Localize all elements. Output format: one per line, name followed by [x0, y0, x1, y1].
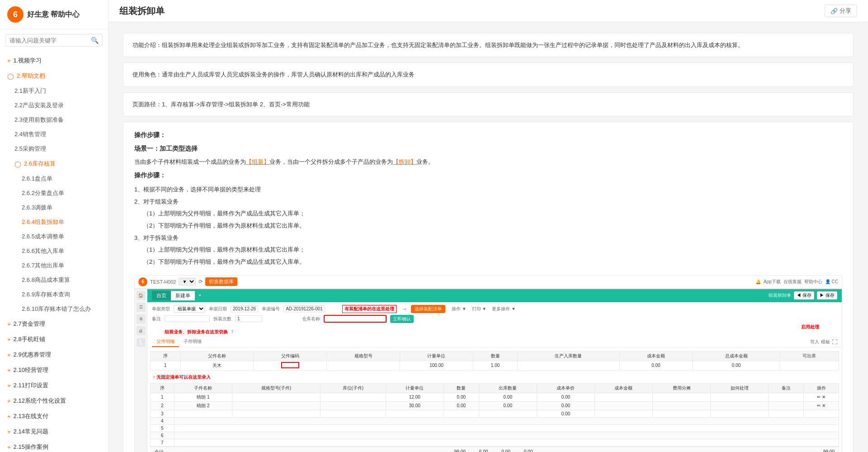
sidebar-sub-2-1[interactable]: 2.1新手入门: [0, 84, 108, 98]
app-id: TEST-H002: [150, 279, 176, 285]
sidebar-sub-2-5[interactable]: 2.5采购管理: [0, 142, 108, 156]
sidebar-sub-2-6-10[interactable]: 2.6.10库存账本错了怎么办: [0, 302, 108, 316]
form-row-main: 单据类型 组装单据 单据日期 2019-12-26 单据编号 AD-201912…: [152, 305, 837, 313]
row-del-icon-2[interactable]: ✕: [822, 403, 826, 408]
child-row-5: 5: [151, 424, 839, 432]
sidebar-sub-2-6-8[interactable]: 2.6.8商品成本重算: [0, 273, 108, 287]
tab-action-import[interactable]: 导入: [810, 339, 819, 345]
tab-action-template[interactable]: 模板: [821, 339, 830, 345]
link-assembly[interactable]: 【组装】: [246, 158, 269, 165]
op-title: 操作步骤：: [134, 131, 842, 139]
link-disassembly[interactable]: 【拆卸】: [393, 158, 416, 165]
app-dropdown[interactable]: ▼: [179, 278, 196, 285]
bell-icon[interactable]: 🔔: [755, 279, 761, 284]
cell-total-cost-val: 0.00: [693, 361, 780, 370]
col-total-cost: 总成本金额: [693, 351, 780, 361]
app-tab-add[interactable]: +: [195, 291, 205, 300]
apps-icon[interactable]: App下载: [764, 279, 781, 285]
step-2: 2、对于组装业务: [134, 196, 842, 208]
footer-val-3: 0.00: [501, 449, 510, 452]
fullscreen-icon[interactable]: ⛶: [832, 339, 837, 345]
sidebar-sub-2-6-5[interactable]: 2.6.5成本调整单: [0, 229, 108, 244]
app-tab-self[interactable]: 自页: [152, 291, 171, 300]
footer-val-4: 0.00: [524, 449, 533, 452]
share-button[interactable]: 🔗 分享: [825, 5, 857, 17]
doc-icon-inner[interactable]: 📄: [137, 338, 146, 347]
row-edit-icon-2[interactable]: ✏: [817, 403, 821, 408]
sidebar-sub-2-11-label: 2.11打印设置: [14, 381, 48, 390]
sidebar-sub-2-10-label: 2.10经营管理: [14, 366, 48, 374]
sidebar-item-2-11[interactable]: + 2.11打印设置: [0, 378, 108, 393]
confirm-btn[interactable]: 立即确认: [390, 315, 414, 323]
col-available: 可出库: [780, 351, 839, 361]
sidebar-sub-2-6-9[interactable]: 2.6.9库存账本查询: [0, 287, 108, 302]
processing-btn[interactable]: 选择装配清单: [411, 305, 445, 313]
sidebar-item-2-12[interactable]: + 2.12系统个性化设置: [0, 393, 108, 409]
sidebar-item-2-10[interactable]: + 2.10经营管理: [0, 362, 108, 378]
app-nav-assemble: 组装拆卸单: [769, 292, 791, 299]
print-icon-inner[interactable]: 🖨: [137, 326, 146, 335]
app-tab-child[interactable]: 子件明细: [179, 337, 206, 347]
sidebar-sub-2-2[interactable]: 2.2产品安装及登录: [0, 98, 108, 113]
main-panel: 组装拆卸单 🔗 分享 功能介绍：组装拆卸单用来处理企业组装或拆卸等加工业务，支持…: [108, 0, 868, 452]
page-title: 组装拆卸单: [119, 5, 165, 17]
form-date-value: 2019-12-26: [231, 305, 258, 312]
home-icon-inner[interactable]: 🏠: [137, 291, 146, 300]
sidebar-sub-2-6-2[interactable]: 2.6.2分量盘点单: [0, 186, 108, 200]
app-name: 好生意 帮助中心: [27, 10, 80, 19]
settings-icon-inner[interactable]: ⚙: [137, 314, 146, 324]
help-icon[interactable]: 在线客服: [783, 279, 802, 285]
plus-icon-2-14: +: [7, 428, 11, 435]
search-input[interactable]: [9, 37, 91, 44]
nav-section: + 1.视频学习 ◯ 2.帮助文档 2.1新手入门 2.2产品安装及登录 2.3…: [0, 51, 108, 452]
sidebar-sub-2-6-7[interactable]: 2.6.7其他出库单: [0, 258, 108, 273]
sidebar-item-2-8[interactable]: + 2.8手机旺铺: [0, 332, 108, 347]
form-type-select[interactable]: 组装单据: [174, 305, 205, 313]
form-remark-input[interactable]: [165, 315, 210, 322]
sidebar-item-docs[interactable]: ◯ 2.帮助文档: [0, 68, 108, 84]
app-tabs-row: 父件明细 子件明细 导入 模板 ⛶: [147, 337, 842, 347]
row-edit-icon[interactable]: ✏: [817, 395, 821, 400]
child-table: 序 子件名称 规格型号(子件) 库位(子件) 计量单位 数量 出库数量 成本单价: [150, 383, 839, 447]
highlighted-cell[interactable]: [281, 362, 299, 368]
child-row-4: 4: [151, 417, 839, 424]
arrow-up-icon: ↑: [231, 328, 234, 335]
sidebar-item-2-9[interactable]: + 2.9优惠券管理: [0, 347, 108, 362]
app-form-body: 单据类型 组装单据 单据日期 2019-12-26 单据编号 AD-201912…: [147, 302, 842, 328]
app-inner: 🏠 ☰ ⚙ 🖨 📄 自页 新建单: [135, 289, 842, 452]
sidebar-item-2-14[interactable]: + 2.14常见问题: [0, 424, 108, 439]
tab-actions: 导入 模板 ⛶: [810, 337, 837, 347]
sidebar-sub-2-6-6[interactable]: 2.6.6其他入库单: [0, 244, 108, 258]
circle-icon: ◯: [14, 161, 21, 167]
child-row-1: 1 晴朗 1 12.00 0.00 0.00 0.00: [151, 393, 839, 401]
sidebar-item-2-7[interactable]: + 2.7资金管理: [0, 316, 108, 332]
app-tab-new[interactable]: 新建单: [171, 291, 195, 300]
user-avatar[interactable]: 👤 CC: [825, 279, 838, 284]
refresh-icon[interactable]: ⟳: [198, 279, 203, 285]
sidebar-sub-2-6-1[interactable]: 2.6.1盘点单: [0, 171, 108, 186]
row-del-icon[interactable]: ✕: [822, 395, 826, 400]
help-center-icon[interactable]: 帮助中心: [804, 279, 822, 285]
sidebar-item-video[interactable]: + 1.视频学习: [0, 53, 108, 68]
sidebar-sub-2-4[interactable]: 2.4销售管理: [0, 127, 108, 142]
app-tab-parent[interactable]: 父件明细: [152, 337, 179, 347]
sidebar-item-2-15[interactable]: + 2.15操作案例: [0, 439, 108, 452]
list-icon-inner[interactable]: ☰: [137, 303, 146, 312]
step-3-1: （1）上部明细为父件明细，最终作为原材料生成其它出库单；: [134, 244, 842, 256]
sidebar-item-2-13[interactable]: + 2.13在线支付: [0, 409, 108, 424]
col-unit: 计量单位: [400, 351, 473, 361]
op-steps-title: 操作步骤：: [134, 171, 842, 180]
sidebar-sub-2-6-3[interactable]: 2.6.3调拨单: [0, 200, 108, 215]
sidebar-item-2-6[interactable]: ◯ 2.6库存核算: [0, 156, 108, 171]
save-prev-btn[interactable]: ◀ 保存: [794, 291, 814, 300]
sidebar-sub-2-3[interactable]: 2.3使用前数据准备: [0, 113, 108, 127]
app-save-btn[interactable]: 切换数据库: [205, 277, 237, 286]
app-logo-inner: 6: [138, 277, 147, 286]
search-icon[interactable]: 🔍: [91, 37, 99, 44]
plus-icon-2-7: +: [7, 321, 11, 328]
form-label-ops: 操作 ▼: [452, 306, 467, 312]
sidebar-sub-2-6-4[interactable]: 2.6.4组装拆卸单: [0, 215, 108, 229]
form-warehouse-input[interactable]: [324, 315, 387, 323]
search-box[interactable]: 🔍: [5, 34, 103, 47]
save-next-btn[interactable]: ▶ 保存: [817, 291, 837, 300]
